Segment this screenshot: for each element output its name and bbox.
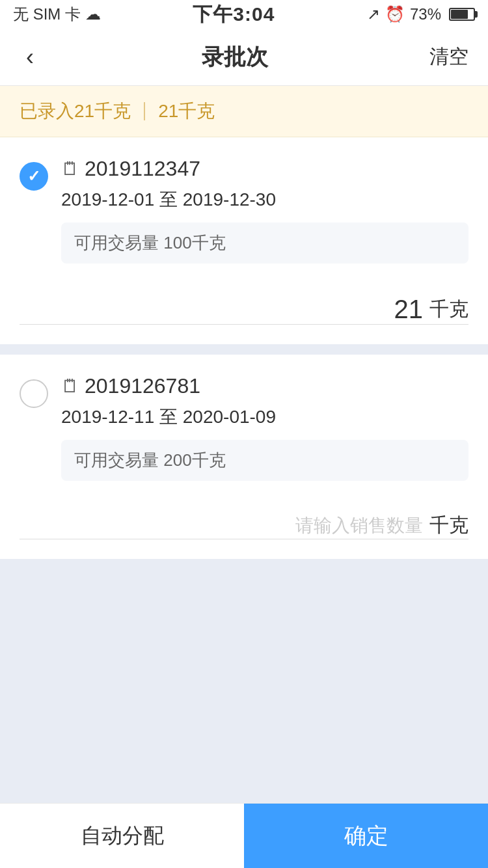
batch-id-row-1: 🗒 2019112347: [61, 157, 468, 181]
batch-available-1: 可用交易量 100千克: [61, 223, 468, 264]
battery-percent: 73%: [410, 5, 441, 23]
auto-distribute-button[interactable]: 自动分配: [0, 804, 244, 868]
nav-bar: ‹ 录批次 清空: [0, 29, 488, 86]
batch-content-1: 🗒 2019112347 2019-12-01 至 2019-12-30 可用交…: [61, 157, 468, 269]
bottom-bar: 自动分配 确定: [0, 803, 488, 868]
batch-date-2: 2019-12-11 至 2020-01-09: [61, 405, 468, 429]
batch-id-text-1: 2019112347: [85, 157, 200, 181]
confirm-button[interactable]: 确定: [244, 804, 488, 868]
sim-label: 无 SIM 卡 ☁: [13, 4, 101, 25]
quantity-row-2: 请输入销售数量 千克: [0, 499, 488, 539]
status-bar: 无 SIM 卡 ☁ 下午3:04 ↗ ⏰ 73%: [0, 0, 488, 29]
batch-id-text-2: 2019126781: [85, 374, 200, 398]
section-divider: [0, 344, 488, 355]
recorded-label: 已录入21千克: [20, 99, 131, 124]
clear-button[interactable]: 清空: [429, 44, 468, 70]
page-title: 录批次: [202, 42, 268, 72]
info-banner: 已录入21千克 21千克: [0, 86, 488, 137]
back-button[interactable]: ‹: [20, 37, 40, 77]
radio-button-1[interactable]: [20, 162, 48, 191]
batch-file-icon-2: 🗒: [61, 375, 79, 397]
banner-divider: [144, 102, 145, 120]
quantity-input-1[interactable]: [319, 295, 423, 324]
batch-file-icon-1: 🗒: [61, 158, 79, 180]
status-left: 无 SIM 卡 ☁: [13, 4, 101, 25]
alarm-icon: ⏰: [385, 5, 405, 23]
batch-item-1: 🗒 2019112347 2019-12-01 至 2019-12-30 可用交…: [0, 137, 488, 344]
batch-item-2: 🗒 2019126781 2019-12-11 至 2020-01-09 可用交…: [0, 355, 488, 559]
location-icon: ↗: [367, 5, 380, 23]
recorded-value: 21千克: [158, 99, 215, 124]
batch-available-2: 可用交易量 200千克: [61, 440, 468, 481]
main-content: 已录入21千克 21千克 🗒 2019112347 2019-12-01 至 2…: [0, 86, 488, 868]
batch-content-2: 🗒 2019126781 2019-12-11 至 2020-01-09 可用交…: [61, 374, 468, 486]
radio-button-2[interactable]: [20, 379, 48, 408]
quantity-unit-2: 千克: [429, 512, 468, 539]
battery-icon: [449, 8, 475, 21]
batch-date-1: 2019-12-01 至 2019-12-30: [61, 187, 468, 212]
batch-id-row-2: 🗒 2019126781: [61, 374, 468, 398]
quantity-unit-1: 千克: [429, 296, 468, 323]
quantity-row-1: 千克: [0, 282, 488, 324]
quantity-placeholder-2: 请输入销售数量: [295, 513, 423, 538]
status-right: ↗ ⏰ 73%: [367, 5, 475, 23]
status-time: 下午3:04: [193, 1, 275, 28]
